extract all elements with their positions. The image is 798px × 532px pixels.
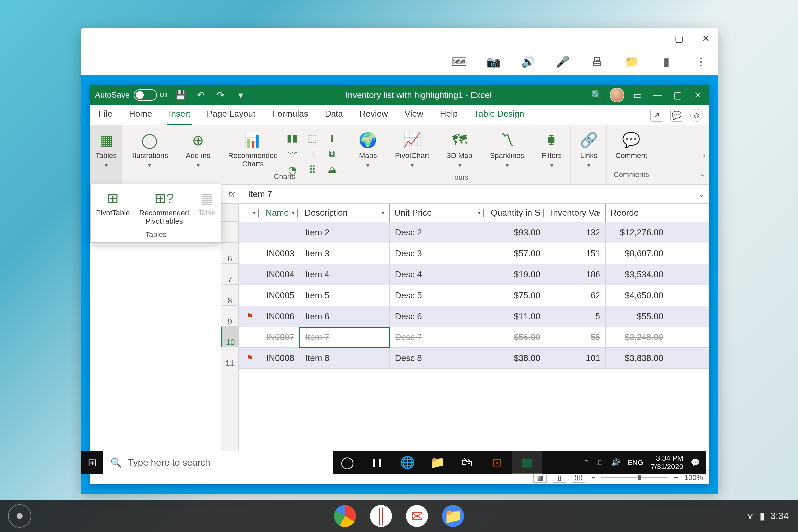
feedback-icon[interactable]: ▮ bbox=[659, 54, 673, 69]
cell-reorder[interactable] bbox=[669, 264, 708, 285]
col-name[interactable]: Name▾ bbox=[261, 204, 300, 222]
keyboard-icon[interactable]: ⌨ bbox=[452, 54, 466, 69]
map-chart-icon[interactable]: ⛰ bbox=[325, 163, 339, 176]
tab-formulas[interactable]: Formulas bbox=[271, 105, 309, 125]
zoom-in-icon[interactable]: + bbox=[674, 474, 678, 482]
pivottable-button[interactable]: ⊞ PivotTable bbox=[96, 190, 130, 226]
row-header[interactable]: 8 bbox=[222, 285, 239, 306]
zoom-out-icon[interactable]: − bbox=[591, 474, 595, 482]
cell-quantity[interactable]: 62 bbox=[546, 285, 606, 306]
tab-page-layout[interactable]: Page Layout bbox=[206, 105, 257, 125]
outer-minimize-button[interactable]: — bbox=[646, 32, 659, 45]
col-description[interactable]: Description▾ bbox=[300, 204, 390, 222]
volume-icon[interactable]: 🔊 bbox=[521, 54, 535, 69]
folder-icon[interactable]: 📁 bbox=[624, 54, 639, 69]
cell-quantity[interactable]: 5 bbox=[546, 306, 606, 327]
cell-sku[interactable] bbox=[261, 222, 300, 243]
store-taskbar-icon[interactable]: 🛍 bbox=[452, 451, 482, 474]
language-indicator[interactable]: ENG bbox=[627, 458, 643, 467]
row-header[interactable]: 9 bbox=[222, 306, 239, 326]
row-header[interactable]: 11 bbox=[222, 347, 239, 368]
cell-flag[interactable]: ⚑ bbox=[239, 348, 261, 369]
office-taskbar-icon[interactable]: ⊡ bbox=[482, 451, 512, 474]
cell-inventory-value[interactable]: $4,650.00 bbox=[606, 285, 669, 306]
cell-reorder[interactable] bbox=[669, 306, 708, 327]
cortana-icon[interactable]: ◯ bbox=[332, 451, 362, 474]
tray-overflow-icon[interactable]: ⌃ bbox=[583, 458, 589, 467]
excel-close-button[interactable]: ✕ bbox=[691, 89, 704, 102]
cell-reorder[interactable] bbox=[669, 222, 708, 243]
ribbon-links-button[interactable]: 🔗 Links ▾ bbox=[571, 125, 607, 184]
excel-minimize-button[interactable]: — bbox=[651, 89, 664, 102]
row-header[interactable]: 6 bbox=[222, 243, 239, 264]
cell-sku[interactable]: IN0005 bbox=[261, 285, 300, 306]
cell-unit-price[interactable]: $93.00 bbox=[486, 222, 546, 243]
statistic-chart-icon[interactable]: ⫼ bbox=[305, 147, 319, 160]
outer-close-button[interactable]: ✕ bbox=[699, 32, 712, 45]
waterfall-chart-icon[interactable]: ⫿ bbox=[325, 131, 339, 145]
scatter-chart-icon[interactable]: ⠿ bbox=[305, 163, 319, 176]
row-header[interactable]: 7 bbox=[222, 264, 239, 285]
filter-dropdown-icon[interactable]: ▾ bbox=[475, 209, 484, 217]
cell-flag[interactable]: ⚑ bbox=[239, 306, 261, 327]
map3d-button[interactable]: 🗺 3D Map ▾ bbox=[444, 129, 475, 171]
ribbon-group-tables[interactable]: ▦ Tables ▾ bbox=[91, 125, 122, 184]
new-comment-button[interactable]: 💬 Comment bbox=[613, 129, 650, 162]
column-chart-icon[interactable]: ▮▮ bbox=[285, 131, 299, 145]
undo-icon[interactable]: ↶ bbox=[194, 89, 208, 102]
filter-dropdown-icon[interactable]: ▾ bbox=[595, 209, 604, 217]
cell-inventory-value[interactable]: $3,534.00 bbox=[606, 264, 669, 285]
zoom-level[interactable]: 100% bbox=[684, 474, 703, 482]
cell-sku[interactable]: IN0006 bbox=[261, 306, 300, 327]
camera-icon[interactable]: 📷 bbox=[486, 54, 501, 69]
cell-flag[interactable] bbox=[239, 285, 261, 306]
shelf-status-area[interactable]: ⋎ ▮ 3:34 bbox=[747, 511, 789, 522]
ribbon-filters-button[interactable]: ⧯ Filters ▾ bbox=[533, 125, 571, 184]
filter-dropdown-icon[interactable]: ▾ bbox=[250, 209, 259, 217]
filter-dropdown-icon[interactable]: ▾ bbox=[289, 209, 298, 217]
cell-name[interactable]: Item 5 bbox=[300, 285, 390, 306]
cell-name[interactable]: Item 3 bbox=[300, 243, 390, 264]
tab-table-design[interactable]: Table Design bbox=[473, 105, 525, 125]
sound-icon[interactable]: 🔊 bbox=[611, 458, 620, 467]
filter-dropdown-icon[interactable]: ▾ bbox=[379, 209, 387, 217]
tab-help[interactable]: Help bbox=[439, 105, 459, 125]
cell-description[interactable]: Desc 7 bbox=[390, 327, 486, 348]
cell-inventory-value[interactable]: $55.00 bbox=[606, 306, 669, 327]
recommended-charts-button[interactable]: 📊 Recommended Charts bbox=[225, 129, 281, 170]
share-icon[interactable]: ↗ bbox=[650, 109, 663, 122]
cell-name[interactable]: Item 7 bbox=[300, 327, 390, 348]
tab-view[interactable]: View bbox=[403, 105, 424, 125]
cell-reorder[interactable] bbox=[669, 327, 708, 348]
print-icon[interactable]: 🖶 bbox=[590, 54, 605, 69]
cell-flag[interactable] bbox=[239, 222, 261, 243]
ribbon-sparklines-button[interactable]: 〽 Sparklines ▾ bbox=[481, 125, 533, 184]
col-unit-price[interactable]: Unit Price▾ bbox=[390, 204, 486, 222]
cell-reorder[interactable] bbox=[669, 348, 708, 369]
cell-description[interactable]: Desc 3 bbox=[390, 243, 486, 264]
cell-quantity[interactable]: 132 bbox=[546, 222, 606, 243]
cell-name[interactable]: Item 2 bbox=[300, 222, 390, 243]
line-chart-icon[interactable]: 〰 bbox=[285, 147, 299, 160]
ribbon-pivotchart-button[interactable]: 📈 PivotChart ▾ bbox=[386, 125, 438, 184]
excel-restore-button[interactable]: ▢ bbox=[671, 89, 684, 102]
cell-name[interactable]: Item 4 bbox=[300, 264, 390, 285]
cell-sku[interactable]: IN0007 bbox=[261, 327, 300, 348]
tab-home[interactable]: Home bbox=[128, 105, 153, 125]
save-icon[interactable]: 💾 bbox=[174, 89, 188, 102]
gmail-app-icon[interactable]: ✉ bbox=[406, 505, 428, 527]
cell-unit-price[interactable]: $19.00 bbox=[486, 264, 546, 285]
taskbar-clock[interactable]: 3:34 PM 7/31/2020 bbox=[651, 454, 683, 472]
table-button[interactable]: ▦ Table bbox=[198, 190, 216, 226]
cell-name[interactable]: Item 8 bbox=[300, 348, 390, 369]
smiley-feedback-icon[interactable]: ☺ bbox=[690, 109, 703, 122]
cell-sku[interactable]: IN0003 bbox=[261, 243, 300, 264]
cell-description[interactable]: Desc 6 bbox=[390, 306, 486, 327]
parallels-app-icon[interactable]: ║ bbox=[370, 505, 392, 527]
ribbon-overflow-icon[interactable]: › bbox=[703, 150, 706, 160]
more-vert-icon[interactable]: ⋮ bbox=[694, 54, 708, 69]
cell-inventory-value[interactable]: $12,276.00 bbox=[606, 222, 669, 243]
task-view-icon[interactable]: ⫿⫿ bbox=[362, 451, 392, 474]
formula-input[interactable]: Item 7 bbox=[242, 189, 694, 199]
tab-review[interactable]: Review bbox=[358, 105, 390, 125]
